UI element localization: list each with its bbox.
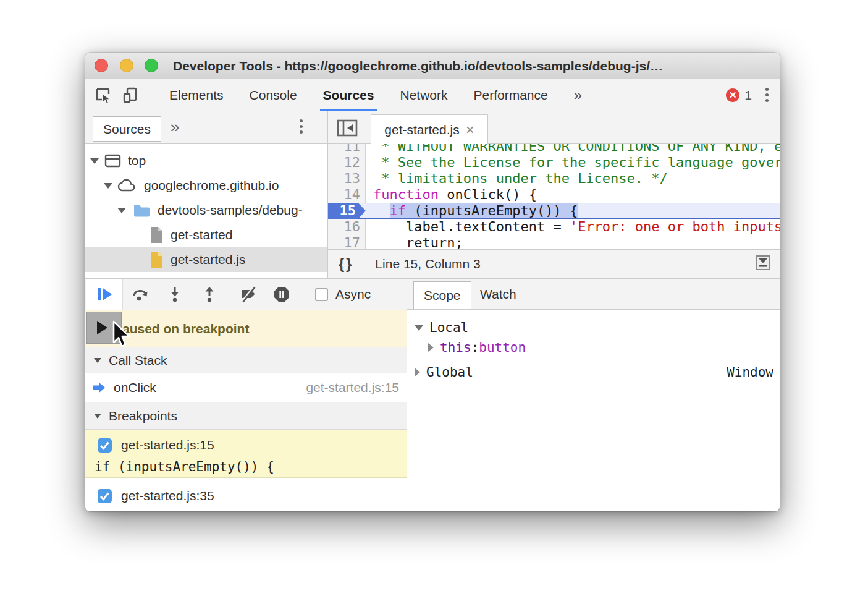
tab-network[interactable]: Network: [387, 79, 460, 111]
tab-console[interactable]: Console: [237, 79, 310, 111]
deactivate-breakpoints-button[interactable]: [234, 280, 263, 309]
code-line: 16 label.textContent = 'Error: one or bo…: [327, 219, 780, 235]
code-editor[interactable]: 11 * WITHOUT WARRANTIES OR CONDITIONS OF…: [327, 144, 780, 249]
close-tab-icon[interactable]: ×: [466, 124, 474, 136]
async-label: Async: [335, 287, 371, 302]
code-line: 11 * WITHOUT WARRANTIES OR CONDITIONS OF…: [327, 144, 780, 155]
scope-tree: Local this: button Global Window: [407, 310, 780, 511]
editor-tabbar: get-started.js ×: [327, 111, 780, 144]
inspect-element-icon[interactable]: [94, 86, 112, 104]
step-into-button[interactable]: [161, 280, 189, 309]
tree-item-get-started-js[interactable]: get-started.js: [85, 247, 327, 272]
panel-expand-icon[interactable]: [755, 255, 771, 273]
navigator-splitter[interactable]: [327, 111, 328, 278]
collapse-arrow-icon: [94, 358, 101, 363]
current-frame-arrow-icon: [91, 381, 106, 394]
expand-arrow-icon[interactable]: [90, 158, 99, 164]
line-number[interactable]: 16: [327, 219, 366, 235]
step-out-button[interactable]: [195, 280, 224, 309]
tab-watch[interactable]: Watch: [474, 279, 523, 310]
call-stack-header[interactable]: Call Stack: [85, 347, 407, 373]
frame-icon: [104, 153, 121, 168]
collapse-arrow-icon: [94, 414, 101, 419]
tab-performance[interactable]: Performance: [461, 79, 561, 111]
expand-arrow-icon: [415, 368, 420, 377]
step-over-button[interactable]: [126, 280, 154, 309]
editor-status-bar: { } Line 15, Column 3: [327, 249, 780, 278]
expand-arrow-icon[interactable]: [104, 183, 112, 189]
pause-on-exceptions-button[interactable]: [268, 280, 296, 309]
window-title: Developer Tools - https://googlechrome.g…: [173, 53, 663, 79]
tree-item-folder[interactable]: devtools-samples/debug-: [85, 198, 327, 223]
breakpoint-item[interactable]: get-started.js:35: [85, 478, 407, 511]
line-number[interactable]: 12: [327, 155, 366, 171]
navigator-menu-icon[interactable]: [299, 119, 303, 134]
mouse-cursor-icon: [111, 320, 131, 350]
active-tab-underline: [320, 109, 377, 111]
global-value: Window: [727, 365, 773, 380]
resume-script-button[interactable]: [86, 279, 122, 310]
execution-pointer-line-number[interactable]: 15: [327, 203, 366, 219]
tree-item-domain[interactable]: googlechrome.github.io: [85, 173, 327, 198]
title-bar: Developer Tools - https://googlechrome.g…: [85, 53, 780, 79]
tree-item-top[interactable]: top: [85, 148, 327, 173]
collapse-arrow-icon: [415, 325, 423, 331]
call-stack-frame[interactable]: onClick get-started.js:15: [85, 373, 407, 402]
close-window-button[interactable]: [95, 59, 108, 72]
paused-banner: Paused on breakpoint: [85, 310, 407, 347]
devtools-menu-icon[interactable]: [765, 88, 769, 102]
devtools-window: Developer Tools - https://googlechrome.g…: [85, 53, 780, 511]
breakpoint-checkbox[interactable]: [98, 489, 112, 503]
main-toolbar: Elements Console Sources Network Perform…: [85, 79, 780, 111]
tab-scope[interactable]: Scope: [413, 281, 471, 309]
navigator-more-tabs-chevron[interactable]: »: [166, 111, 184, 144]
navigator-tab-sources[interactable]: Sources: [93, 116, 161, 142]
breakpoint-location: get-started.js:35: [121, 488, 214, 503]
code-line: 12 * See the License for the specific la…: [327, 155, 780, 171]
toolbar-divider: [761, 87, 761, 104]
zoom-window-button[interactable]: [145, 59, 158, 72]
pretty-print-icon[interactable]: { }: [339, 255, 350, 273]
scope-local[interactable]: Local: [407, 318, 780, 337]
expand-arrow-icon: [428, 343, 434, 352]
error-badge-icon[interactable]: ✕: [726, 88, 739, 102]
line-number[interactable]: 11: [327, 144, 366, 155]
cloud-icon: [117, 178, 137, 193]
file-tree: top googlechrome.github.io devtools-samp…: [85, 144, 327, 279]
folder-icon: [132, 203, 151, 218]
more-tabs-chevron[interactable]: »: [561, 79, 595, 111]
async-checkbox[interactable]: [315, 288, 328, 301]
breakpoint-item-active[interactable]: get-started.js:15 if (inputsAreEmpty()) …: [85, 430, 407, 478]
line-number[interactable]: 17: [327, 235, 366, 249]
device-toolbar-icon[interactable]: [121, 86, 140, 104]
frame-function: onClick: [114, 380, 156, 395]
tab-elements[interactable]: Elements: [156, 79, 237, 111]
cursor-position: Line 15, Column 3: [375, 257, 480, 271]
scope-global[interactable]: Global Window: [407, 363, 780, 381]
navigator-toggle-icon[interactable]: [336, 117, 358, 138]
expand-arrow-icon[interactable]: [117, 208, 126, 213]
code-line: 14 function onClick() {: [327, 187, 780, 203]
line-number[interactable]: 13: [327, 171, 366, 187]
line-number[interactable]: 14: [327, 187, 366, 203]
scope-pane-header: Scope Watch: [407, 279, 780, 310]
paused-message: Paused on breakpoint: [114, 310, 249, 347]
editor-tab-get-started-js[interactable]: get-started.js ×: [371, 114, 488, 144]
error-count: 1: [744, 88, 752, 103]
tree-item-get-started[interactable]: get-started: [85, 223, 327, 247]
js-file-icon: [149, 251, 164, 268]
code-line: 13 * limitations under the License. */: [327, 171, 780, 187]
code-line-current: 15 if (inputsAreEmpty()) {: [327, 203, 780, 219]
debugger-toolbar: Async: [85, 279, 407, 310]
file-icon: [149, 226, 164, 244]
breakpoints-header[interactable]: Breakpoints: [85, 402, 407, 430]
frame-location: get-started.js:15: [306, 380, 399, 395]
selected-code: if (inputsAreEmpty()) {: [390, 203, 578, 218]
minimize-window-button[interactable]: [120, 59, 133, 72]
play-icon: [97, 321, 107, 334]
scope-this-property[interactable]: this: button: [407, 338, 780, 357]
code-line: 17 return;: [327, 235, 780, 249]
breakpoint-location: get-started.js:15: [121, 438, 214, 453]
tab-sources[interactable]: Sources: [310, 79, 387, 111]
breakpoint-checkbox[interactable]: [98, 438, 112, 453]
